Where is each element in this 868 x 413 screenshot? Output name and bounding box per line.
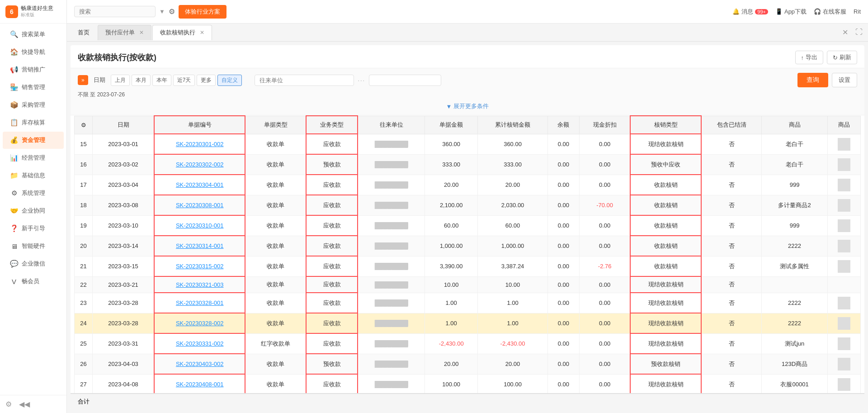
partner-input[interactable] <box>255 75 354 86</box>
cell-product2 <box>827 134 860 154</box>
filter-this-year[interactable]: 本年 <box>152 75 171 86</box>
cell-product2 <box>827 256 860 276</box>
sidebar-item-search[interactable]: 🔍 搜索菜单 <box>3 26 64 43</box>
cell-partner: ████████ <box>358 256 425 276</box>
filter-7days[interactable]: 近7天 <box>173 75 195 86</box>
tab-collection[interactable]: 收款核销执行 ✕ <box>152 25 212 40</box>
doc-num-link[interactable]: SK-20230304-001 <box>176 181 224 188</box>
cell-doc-type: 收款单 <box>245 236 306 256</box>
sidebar-item-hardware[interactable]: 🖥 智能硬件 <box>3 237 64 255</box>
settings-bottom-icon[interactable]: ⚙ <box>5 400 12 408</box>
cell-date: 2023-03-01 <box>93 134 155 154</box>
cell-product1: 衣服00001 <box>762 374 827 393</box>
sidebar-item-marketing[interactable]: 📢 营销推广 <box>3 61 64 78</box>
cell-discount: 0.00 <box>579 236 630 256</box>
sidebar-item-finance[interactable]: 💰 资金管理 <box>3 132 64 149</box>
refresh-button[interactable]: ↻ 刷新 <box>827 51 857 64</box>
table-container[interactable]: ⚙ 日期 单据编号 单据类型 业务类型 往来单位 单据金额 累计核销金额 余额 … <box>71 115 864 393</box>
cell-num: 19 <box>75 215 93 236</box>
doc-num-link[interactable]: SK-20230328-002 <box>176 320 224 327</box>
user-name[interactable]: Rit <box>854 8 861 15</box>
doc-num-link[interactable]: SK-20230408-001 <box>176 381 224 388</box>
wechat-icon: 💬 <box>10 260 18 268</box>
filter-custom[interactable]: 自定义 <box>217 75 242 86</box>
sidebar-item-guide[interactable]: ❓ 新手引导 <box>3 220 64 237</box>
global-search-input[interactable] <box>74 6 156 17</box>
sidebar-item-enterprise[interactable]: 🤝 企业协同 <box>3 202 64 219</box>
th-settings[interactable]: ⚙ <box>75 116 93 134</box>
cell-biz-type: 预收款 <box>306 354 358 374</box>
filter-expand-btn[interactable]: ▼ 展开更多条件 <box>78 102 857 110</box>
tab-expand-icon[interactable]: ⛶ <box>854 26 864 38</box>
cell-balance: 0.00 <box>547 313 579 333</box>
doc-num-link[interactable]: SK-20230310-001 <box>176 222 224 229</box>
cell-cancel-type: 现结收款核销 <box>630 313 701 333</box>
doc-num-link[interactable]: SK-20230331-002 <box>176 340 224 347</box>
cell-discount: 0.00 <box>579 215 630 236</box>
filter-this-month[interactable]: 本月 <box>132 75 151 86</box>
doc-num-link[interactable]: SK-20230314-001 <box>176 242 224 249</box>
doc-num-link[interactable]: SK-20230403-002 <box>176 361 224 367</box>
th-product1: 商品 <box>762 116 827 134</box>
doc-num-link[interactable]: SK-20230321-003 <box>176 281 224 288</box>
doc-num-link[interactable]: SK-20230308-001 <box>176 202 224 209</box>
message-button[interactable]: 🔔 消息 99+ <box>732 8 768 16</box>
doc-num-link[interactable]: SK-20230315-002 <box>176 263 224 270</box>
sidebar-item-basic[interactable]: 📁 基础信息 <box>3 167 64 184</box>
table-row: 25 2023-03-31 SK-20230331-002 红字收款单 应收款 … <box>75 333 861 354</box>
collapse-icon[interactable]: ◀◀ <box>19 400 30 408</box>
settings-button[interactable]: 设置 <box>832 73 857 87</box>
refresh-icon: ↻ <box>833 54 838 61</box>
cell-date: 2023-03-04 <box>93 175 155 195</box>
sidebar-item-operations[interactable]: 📊 经营管理 <box>3 149 64 166</box>
cell-included: 否 <box>701 236 762 256</box>
cell-date: 2023-03-08 <box>93 195 155 215</box>
cell-doc-type: 收款单 <box>245 276 306 293</box>
industry-solution-button[interactable]: 体验行业方案 <box>179 5 226 19</box>
operations-icon: 📊 <box>10 154 18 162</box>
purchase-icon: 📦 <box>10 101 18 109</box>
online-service-link[interactable]: 🎧 在线客服 <box>814 8 846 16</box>
tab-home[interactable]: 首页 <box>71 25 97 40</box>
cell-partner: ████████ <box>358 276 425 293</box>
sidebar-item-sales[interactable]: 🏪 销售管理 <box>3 79 64 96</box>
cell-product1: 老白干 <box>762 154 827 175</box>
cell-num: 23 <box>75 293 93 313</box>
th-amount: 单据金额 <box>425 116 478 134</box>
cell-biz-type: 应收款 <box>306 236 358 256</box>
doc-num-link[interactable]: SK-20230301-002 <box>176 141 224 147</box>
doc-num-link[interactable]: SK-20230328-001 <box>176 299 224 306</box>
cell-discount: 0.00 <box>579 175 630 195</box>
tab-prepay[interactable]: 预付应付单 ✕ <box>98 25 151 40</box>
cell-included: 否 <box>701 175 762 195</box>
cell-balance: 0.00 <box>547 293 579 313</box>
sidebar-item-system[interactable]: ⚙ 系统管理 <box>3 185 64 202</box>
sidebar-item-purchase[interactable]: 📦 采购管理 <box>3 96 64 114</box>
cell-partner: ████████ <box>358 195 425 215</box>
filter-last-month[interactable]: 上月 <box>111 75 130 86</box>
cell-balance: 0.00 <box>547 175 579 195</box>
cell-cancel-type: 收款核销 <box>630 175 701 195</box>
cell-balance: 0.00 <box>547 333 579 354</box>
sidebar-item-quicknav[interactable]: 🏠 快捷导航 <box>3 43 64 61</box>
cell-num: 27 <box>75 374 93 393</box>
app-download-link[interactable]: 📱 App下载 <box>775 8 807 16</box>
tab-close-all-icon[interactable]: ✕ <box>840 26 850 38</box>
cell-doc-num: SK-20230328-002 <box>154 313 245 333</box>
sidebar-item-member[interactable]: V 畅会员 <box>3 273 64 290</box>
doc-num-link[interactable]: SK-20230302-002 <box>176 161 224 168</box>
filter-toggle-button[interactable]: » <box>78 75 88 85</box>
tab-close-collection[interactable]: ✕ <box>200 29 204 36</box>
sidebar-item-inventory[interactable]: 📋 库存核算 <box>3 114 64 131</box>
sidebar-item-wechat[interactable]: 💬 企业微信 <box>3 255 64 272</box>
table-row: 17 2023-03-04 SK-20230304-001 收款单 应收款 ██… <box>75 175 861 195</box>
doc-type-select[interactable] <box>369 75 441 86</box>
gear-icon[interactable]: ⚙ <box>169 7 175 16</box>
cell-included: 否 <box>701 195 762 215</box>
tab-close-prepay[interactable]: ✕ <box>139 29 144 36</box>
filter-dots: ··· <box>358 77 365 84</box>
export-button[interactable]: ↑ 导出 <box>795 51 824 64</box>
filter-more[interactable]: 更多 <box>197 75 216 86</box>
query-button[interactable]: 查询 <box>797 73 828 87</box>
top-header-right: 🔔 消息 99+ 📱 App下载 🎧 在线客服 Rit <box>732 8 861 16</box>
